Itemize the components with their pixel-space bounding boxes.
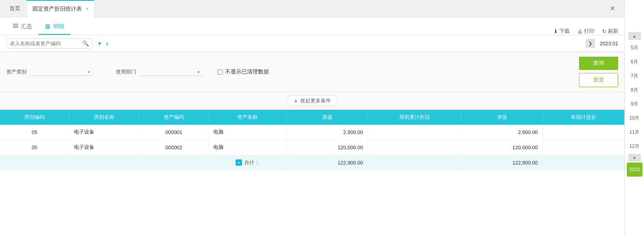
hide-cleared-checkbox[interactable]: [218, 70, 223, 75]
list-icon: [45, 23, 51, 30]
search-input-wrapper: 🔍: [6, 38, 92, 48]
window-close-button[interactable]: ✕: [607, 3, 618, 14]
month-8[interactable]: 8月: [627, 83, 642, 97]
date-display: 2023.01: [600, 41, 618, 46]
col-current-depreciation: 本期计提折: [543, 110, 624, 125]
svg-rect-3: [45, 25, 50, 25]
svg-rect-1: [13, 27, 18, 28]
cell-asset-code: 000002: [139, 140, 209, 155]
tab-detail-label: 明细: [53, 23, 64, 30]
total-text: 合计：: [244, 159, 260, 166]
reset-button[interactable]: 重置: [579, 73, 618, 87]
cell-current-depreciation: [543, 125, 624, 140]
asset-category-label: 资产类别: [6, 68, 27, 75]
cell-net-value: 2,900.00: [461, 125, 543, 140]
nav-home[interactable]: 首页: [6, 4, 23, 14]
nav-tab-fixed-assets[interactable]: 固定资产折旧统计表 ×: [27, 0, 94, 17]
asset-category-group: 资产类别 ▼: [6, 68, 92, 76]
table-container: 类别编码 类别名称 资产编码 资产名称 原值 期初累计折旧 净值 本期计提折 0…: [0, 110, 624, 236]
asset-category-select[interactable]: [30, 68, 92, 76]
nav-tab-label: 固定资产折旧统计表: [32, 5, 82, 13]
refresh-icon: ↻: [602, 29, 606, 34]
month-10[interactable]: 10月: [627, 111, 642, 125]
col-net-value: 净值: [461, 110, 543, 125]
filter-row: 资产类别 ▼ 使用部门 ▼ 不显示已清理数据 查询 重置: [0, 52, 624, 92]
hide-cleared-label: 不显示已清理数据: [225, 68, 269, 75]
cell-net-value: 120,000.00: [461, 140, 543, 155]
nav-tab-close[interactable]: ×: [86, 6, 88, 12]
cell-category-code: 05: [0, 140, 69, 155]
month-9[interactable]: 9月: [627, 97, 642, 111]
refresh-button[interactable]: ↻ 刷新: [602, 28, 618, 35]
col-category-name: 类别名称: [69, 110, 139, 125]
month-11[interactable]: 11月: [627, 125, 642, 139]
right-sidebar: ▲ 5月 6月 7月 8月 9月 10月 11月 12月 ▼ 2023: [624, 0, 644, 236]
search-icon[interactable]: 🔍: [82, 40, 89, 46]
search-bar: 🔍 ▼ ∨ ❯ 2023.01: [0, 35, 624, 52]
tab-detail[interactable]: 明细: [38, 19, 70, 35]
assets-table: 类别编码 类别名称 资产编码 资产名称 原值 期初累计折旧 净值 本期计提折 0…: [0, 110, 624, 170]
cell-accumulated-depreciation: [368, 140, 461, 155]
print-button[interactable]: 🖨 打印: [577, 28, 594, 35]
month-7[interactable]: 7月: [627, 69, 642, 83]
cell-category-name: 电子设备: [69, 125, 139, 140]
cell-asset-name: 电脑: [209, 125, 287, 140]
total-original-value: 122,900.00: [287, 155, 368, 170]
collapse-label: 收起更多条件: [300, 97, 331, 104]
table-header-row: 类别编码 类别名称 资产编码 资产名称 原值 期初累计折旧 净值 本期计提折: [0, 110, 624, 125]
year-indicator[interactable]: 2023: [627, 163, 642, 177]
department-group: 使用部门 ▼: [116, 68, 202, 76]
total-net-value: 122,900.00: [461, 155, 543, 170]
table-body: 05 电子设备 000001 电脑 2,900.00 2,900.00 05 电…: [0, 125, 624, 170]
chevron-up-icon: ∧: [294, 98, 298, 104]
cell-asset-code: 000001: [139, 125, 209, 140]
month-6[interactable]: 6月: [627, 55, 642, 69]
query-button[interactable]: 查询: [579, 57, 618, 70]
cell-current-depreciation: [543, 140, 624, 155]
cell-asset-name: 电脑: [209, 140, 287, 155]
tab-bar: 汇总 明细 ⬇ 下载 🖨 打印 ↻ 刷新: [0, 17, 624, 35]
svg-rect-5: [45, 28, 50, 29]
col-accumulated-depreciation: 期初累计折旧: [368, 110, 461, 125]
department-select[interactable]: [139, 68, 202, 76]
col-original-value: 原值: [287, 110, 368, 125]
refresh-label: 刷新: [608, 28, 618, 35]
download-label: 下载: [559, 28, 570, 35]
hide-cleared-group: 不显示已清理数据: [218, 68, 269, 75]
total-label: ≡ 合计：: [209, 155, 287, 170]
download-icon: ⬇: [554, 29, 558, 34]
download-button[interactable]: ⬇ 下载: [554, 28, 570, 35]
month-5[interactable]: 5月: [627, 41, 642, 55]
tab-summary[interactable]: 汇总: [6, 19, 38, 35]
table-total-row: ≡ 合计： 122,900.00 122,900.00: [0, 155, 624, 170]
filter-actions: 查询 重置: [579, 57, 618, 87]
col-category-code: 类别编码: [0, 110, 69, 125]
top-nav: 首页 固定资产折旧统计表 × ✕: [0, 0, 624, 17]
cell-category-name: 电子设备: [69, 140, 139, 155]
svg-rect-0: [13, 25, 18, 26]
scroll-down-button[interactable]: ▼: [628, 154, 641, 162]
month-12[interactable]: 12月: [627, 139, 642, 153]
total-icon: ≡: [236, 159, 242, 166]
cell-original-value: 120,000.00: [287, 140, 368, 155]
print-icon: 🖨: [577, 29, 583, 34]
date-nav-left[interactable]: ❯: [586, 39, 595, 48]
cell-category-code: 05: [0, 125, 69, 140]
total-current-depreciation: [543, 155, 624, 170]
table-row: 05 电子设备 000002 电脑 120,000.00 120,000.00: [0, 140, 624, 155]
search-input[interactable]: [10, 41, 80, 46]
total-label-cell: [0, 155, 209, 170]
department-label: 使用部门: [116, 68, 136, 75]
asset-category-select-wrapper: ▼: [30, 68, 92, 76]
table-row: 05 电子设备 000001 电脑 2,900.00 2,900.00: [0, 125, 624, 140]
cell-accumulated-depreciation: [368, 125, 461, 140]
department-select-wrapper: ▼: [139, 68, 202, 76]
more-filter-button[interactable]: ▼ ∨: [97, 41, 109, 46]
scroll-up-button[interactable]: ▲: [628, 32, 641, 40]
col-asset-name: 资产名称: [209, 110, 287, 125]
cell-original-value: 2,900.00: [287, 125, 368, 140]
svg-rect-2: [13, 24, 18, 25]
collapse-button[interactable]: ∧ 收起更多条件: [287, 95, 337, 106]
total-accumulated-depreciation: [368, 155, 461, 170]
col-asset-code: 资产编码: [139, 110, 209, 125]
